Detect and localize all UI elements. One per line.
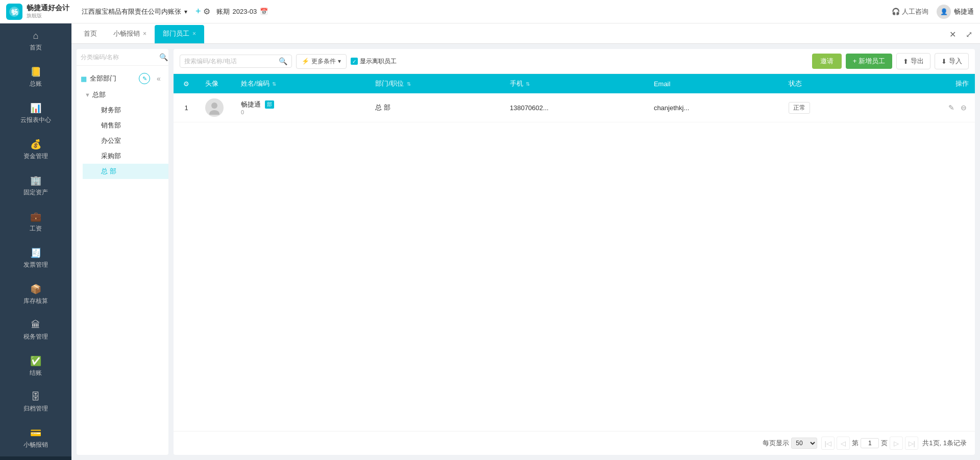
svg-point-3 <box>209 110 219 115</box>
sidebar-item-assets[interactable]: 🏢 固定资产 <box>0 168 71 204</box>
sidebar-item-expense[interactable]: 💳 小畅报销 <box>0 420 71 456</box>
dept-node-purchase[interactable]: 采购部 <box>83 148 168 164</box>
all-dept-label: 全部部门 <box>90 74 116 83</box>
dept-sub-tree: 财务部 销售部 办公室 采购部 总 部 <box>77 103 168 179</box>
page-size-select: 每页显示 50 20 100 <box>763 438 817 449</box>
tab-expense[interactable]: 小畅报销 × <box>105 25 155 43</box>
add-account-button[interactable]: + <box>195 6 201 17</box>
dept-edit-button[interactable]: ✎ <box>139 73 150 84</box>
dept-node-sales[interactable]: 销售部 <box>83 118 168 133</box>
edit-employee-button[interactable]: ✎ <box>946 103 957 113</box>
dept-node-finance[interactable]: 财务部 <box>83 103 168 118</box>
sort-name-icon: ⇅ <box>272 81 276 87</box>
status-badge: 正常 <box>789 102 810 114</box>
page-body: 🔍 ▦ 全部部门 ✎ « ▼ 总部 <box>71 44 980 460</box>
settings-button[interactable]: ⚙ <box>203 7 210 16</box>
sidebar-item-archive[interactable]: 🗄 归档管理 <box>0 385 71 420</box>
sidebar-item-ledger[interactable]: 📒 总账 <box>0 59 71 95</box>
show-resigned-checkbox[interactable]: ✓ <box>351 58 358 65</box>
sidebar-item-label: 资金管理 <box>23 152 48 161</box>
sidebar-item-checkout[interactable]: ✅ 结账 <box>0 348 71 385</box>
tab-expense-label: 小畅报销 <box>113 29 140 38</box>
chevron-down-icon: ▾ <box>184 8 187 15</box>
employee-toolbar: 🔍 ⚡ 更多条件 ▾ ✓ 显示离职员工 邀请 + 新增员工 <box>174 49 975 74</box>
dept-search-area: 🔍 <box>77 49 168 66</box>
first-page-button[interactable]: |◁ <box>821 437 835 450</box>
export-button[interactable]: ⬆ 导出 <box>896 53 930 69</box>
sidebar-item-label: 库存核算 <box>23 297 48 305</box>
tab-department-close[interactable]: × <box>192 30 196 37</box>
employee-search-box: 🔍 <box>180 55 292 68</box>
sidebar-item-inventory[interactable]: 📦 库存核算 <box>0 276 71 313</box>
row-name-code: 畅捷通 部 0 <box>235 93 369 122</box>
show-resigned-label: 显示离职员工 <box>360 57 397 66</box>
sidebar-item-label: 发票管理 <box>23 261 48 269</box>
dept-node-general[interactable]: 总 部 <box>83 164 168 179</box>
dept-node-office[interactable]: 办公室 <box>83 133 168 148</box>
dept-collapse-button[interactable]: « <box>153 73 164 84</box>
archive-icon: 🗄 <box>31 392 40 402</box>
row-status: 正常 <box>782 93 877 122</box>
tab-department-label: 部门员工 <box>163 29 189 38</box>
period-area: 账期 2023-03 📅 <box>216 7 268 16</box>
prev-page-button[interactable]: ◁ <box>837 437 850 450</box>
employee-table: ⚙ 头像 姓名/编码 ⇅ 部门/职位 ⇅ <box>174 74 975 122</box>
more-filter-button[interactable]: ⚡ 更多条件 ▾ <box>296 54 347 69</box>
sidebar-item-reports[interactable]: 📊 云报表中心 <box>0 95 71 132</box>
logo-area: 畅 畅捷通好会计 旗舰版 <box>6 4 78 20</box>
sidebar-item-tax[interactable]: 🏛 税务管理 <box>0 313 71 348</box>
next-page-button[interactable]: ▷ <box>890 437 903 450</box>
sidebar-item-label: 首页 <box>30 43 42 52</box>
invite-button[interactable]: 邀请 <box>812 54 842 69</box>
calendar-icon[interactable]: 📅 <box>260 8 268 15</box>
sidebar-item-label: 固定资产 <box>23 188 48 197</box>
col-name[interactable]: 姓名/编码 ⇅ <box>235 74 369 93</box>
col-settings[interactable]: ⚙ <box>174 74 199 93</box>
table-row: 1 畅捷通 部 <box>174 93 975 122</box>
expand-icon: ▼ <box>85 92 90 98</box>
dept-node-hq[interactable]: ▼ 总部 <box>77 87 168 103</box>
reports-icon: 📊 <box>30 103 41 114</box>
per-page-label: 每页显示 <box>763 439 789 448</box>
col-phone[interactable]: 手机 ⇅ <box>504 74 648 93</box>
sidebar-item-invoice[interactable]: 🧾 发票管理 <box>0 240 71 276</box>
dept-search-input[interactable] <box>81 54 157 61</box>
sidebar-item-label: 归档管理 <box>23 404 48 413</box>
tab-home[interactable]: 首页 <box>76 25 105 43</box>
dept-panel: 🔍 ▦ 全部部门 ✎ « ▼ 总部 <box>77 49 168 455</box>
tabs-bar: 首页 小畅报销 × 部门员工 × ✕ ⤢ <box>71 23 980 44</box>
col-avatar: 头像 <box>199 74 235 93</box>
tab-department[interactable]: 部门员工 × <box>155 25 204 43</box>
page-number-input[interactable] <box>861 438 879 448</box>
sidebar-item-label: 总账 <box>30 80 42 88</box>
employee-search-input[interactable] <box>184 58 277 65</box>
maximize-tab-button[interactable]: ⤢ <box>962 27 976 41</box>
close-tab-button[interactable]: ✕ <box>945 27 960 41</box>
last-page-button[interactable]: ▷| <box>905 437 918 450</box>
per-page-dropdown[interactable]: 50 20 100 <box>791 438 817 449</box>
col-dept[interactable]: 部门/职位 ⇅ <box>369 74 503 93</box>
filter-chevron-icon: ▾ <box>338 58 341 65</box>
total-records: 共1页, 1条记录 <box>922 439 967 448</box>
pagination: 每页显示 50 20 100 |◁ ◁ 第 页 ▷ <box>174 431 975 455</box>
col-action: 操作 <box>877 74 975 93</box>
username: 畅捷通 <box>954 7 974 16</box>
sort-dept-icon: ⇅ <box>407 81 411 87</box>
company-selector[interactable]: 江西服宝精品有限责任公司内账张 ▾ <box>78 5 191 18</box>
import-button[interactable]: ⬇ 导入 <box>935 53 969 69</box>
page-label: 第 <box>852 439 859 448</box>
col-email: Email <box>648 74 782 93</box>
logout-employee-button[interactable]: ⊖ <box>959 103 969 113</box>
all-dept-header[interactable]: ▦ 全部部门 ✎ « <box>77 70 168 87</box>
human-service-button[interactable]: 🎧 人工咨询 <box>892 7 928 16</box>
add-employee-button[interactable]: + 新增员工 <box>846 54 892 69</box>
row-index: 1 <box>174 93 199 122</box>
sidebar-item-salary[interactable]: 💼 工资 <box>0 204 71 240</box>
employee-search-icon: 🔍 <box>279 57 287 65</box>
sidebar-item-funds[interactable]: 💰 资金管理 <box>0 132 71 168</box>
sidebar-item-label: 工资 <box>30 224 42 233</box>
sidebar: ⌂ 首页 📒 总账 📊 云报表中心 💰 资金管理 🏢 固定资产 💼 工资 🧾 发… <box>0 23 71 460</box>
sidebar-item-home[interactable]: ⌂ 首页 <box>0 23 71 59</box>
tab-expense-close[interactable]: × <box>143 30 146 37</box>
sidebar-item-settings[interactable]: ⚙ 基础设置 <box>0 456 71 460</box>
